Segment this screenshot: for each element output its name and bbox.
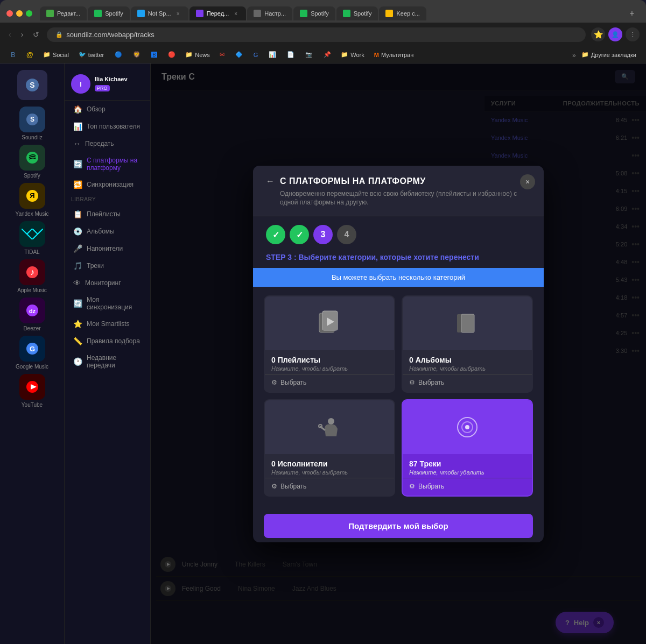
nav-tracks[interactable]: 🎵 Треки [65,257,150,274]
nav-artists[interactable]: 🎤 Напонители [65,240,150,257]
category-albums[interactable]: 0 Альбомы Нажмите, чтобы выбрать ⚙ Выбра… [402,295,533,393]
bookmark-google[interactable]: G [249,50,263,60]
nav-my-sync[interactable]: 🔄 Моя синхронизация [65,292,150,315]
tab-spotify1[interactable]: Spotify [88,6,130,20]
nav-transfer[interactable]: ↔ Передать [65,135,150,152]
service-yandex[interactable]: Я Yandex Music [4,183,60,217]
soundiiz-logo[interactable]: S [17,70,47,100]
service-youtube[interactable]: YouTube [4,374,60,408]
artists-icon: 🎤 [73,244,82,253]
bookmark-multitran[interactable]: M Мультитран [370,50,418,60]
soundiiz-logo-svg: S [24,77,40,93]
nav-top[interactable]: 📊 Топ пользователя [65,118,150,135]
forward-button[interactable]: › [19,29,26,40]
tab-spotify2[interactable]: Spotify [293,6,335,20]
tab-redakt[interactable]: Редакт... [40,6,87,20]
bookmark-work[interactable]: 📁 Work [338,49,367,60]
modal-back-button[interactable]: ← [266,176,275,186]
tab-keep[interactable]: Keep c... [379,6,426,20]
gear-icon: ⚙ [409,483,415,490]
service-soundiiz[interactable]: S Soundiiz [4,107,60,140]
page-content: S S Soundiiz Spotify [0,63,646,644]
step-2: ✓ [290,225,309,244]
bookmark-gmail[interactable]: ✉ [215,49,229,60]
close-window-button[interactable] [6,10,13,17]
tidal-icon [19,221,45,247]
bookmark-work-label: Work [350,52,364,58]
bookmark-brave2[interactable]: 🅱 [147,50,162,60]
service-google[interactable]: G Google Music [4,336,60,370]
tab-settings[interactable]: Настр... [247,6,292,20]
nav-rules[interactable]: 📏 Правила подбора [65,332,150,350]
service-spotify[interactable]: Spotify [4,145,60,179]
user-badge: PRO [95,85,110,91]
playlists-btn-label: Выбрать [280,379,306,386]
category-tracks[interactable]: 87 Треки Нажмите, чтобы удалить ⚙ Выбрат… [402,399,533,497]
nav-top-label: Топ пользователя [87,123,140,130]
tidal-svg [22,229,43,239]
youtube-icon [19,374,45,400]
bookmark-social[interactable]: 📁 Social [40,49,72,60]
bookmark-others[interactable]: 📁 Другие закладки [578,49,640,60]
albums-select-btn[interactable]: ⚙ Выбрать [409,379,525,386]
category-albums-info: 0 Альбомы Нажмите, чтобы выбрать [403,350,532,374]
nav-smartlists-label: Мои Smartlists [87,320,130,328]
bookmarks-expand[interactable]: » [572,50,576,60]
bookmark-misc2[interactable]: 🔷 [231,49,247,60]
minimize-window-button[interactable] [16,10,23,17]
yandex-icon: Я [19,183,45,209]
nav-tracks-label: Треки [87,262,104,270]
tab-twitter[interactable]: Not Sp... × [131,6,188,20]
tab-close-btn[interactable]: × [174,10,182,17]
profile-button[interactable]: 👤 [608,27,622,41]
tab-close-active-btn[interactable]: × [232,10,240,17]
bookmark-brave[interactable]: 🦁 [129,49,145,60]
artists-select-btn[interactable]: ⚙ Выбрать [271,483,388,490]
maximize-window-button[interactable] [26,10,32,17]
service-tidal[interactable]: TIDAL [4,221,60,255]
tab-transfer-active[interactable]: Перед... × [189,6,247,20]
tab-spotify3[interactable]: Spotify [336,6,378,20]
bookmark-vk[interactable]: В [6,49,20,60]
confirm-selection-button[interactable]: Подтвердить мой выбор [264,514,533,538]
nav-sync[interactable]: 🔁 Синхронизация [65,176,150,193]
deezer-icon: dz [19,298,45,323]
category-playlists[interactable]: 0 Плейлисты Нажмите, чтобы выбрать ⚙ Выб… [264,295,395,393]
bookmark-docs[interactable]: 📄 [283,49,299,60]
bookmark-news[interactable]: 📁 News [182,49,213,60]
service-apple[interactable]: ♪ Apple Music [4,259,60,293]
main-content: Треки С 🔍 УСЛУГИ ПРОДОЛЖИТЕЛЬНОСТЬ Yande… [151,63,646,644]
bookmark-chrome[interactable]: 🔵 [110,49,127,60]
nav-albums-label: Альбомы [87,228,115,235]
modal-close-button[interactable]: × [520,174,535,189]
playlists-select-btn[interactable]: ⚙ Выбрать [271,379,388,386]
nav-playlists[interactable]: 📋 Плейлисты [65,206,150,223]
service-deezer[interactable]: dz Deezer [4,298,60,331]
nav-history[interactable]: 🕐 Недавние передачи [65,350,150,373]
nav-smartlists[interactable]: ⭐ Мои Smartlists [65,315,150,332]
nav-overview[interactable]: 🏠 Обзор [65,101,150,118]
playlists-sub: Нажмите, чтобы выбрать [271,365,388,372]
extensions-button[interactable]: ⭐ [591,27,605,41]
bookmark-misc[interactable]: 🔴 [164,49,180,60]
bookmark-sheets[interactable]: 📊 [264,49,280,60]
bookmark-twitter[interactable]: 🐦 twitter [74,49,108,60]
tracks-select-btn[interactable]: ⚙ Выбрать [409,483,525,490]
gear-icon: ⚙ [271,483,277,490]
new-tab-button[interactable]: + [624,6,640,21]
back-button[interactable]: ‹ [6,29,13,40]
category-artists[interactable]: 0 Исполнители Нажмите, чтобы выбрать ⚙ В… [264,399,395,497]
multitran-icon: M [374,52,379,58]
spotify-service-label: Spotify [24,173,40,179]
nav-monitoring[interactable]: 👁 Мониторинг [65,274,150,292]
reload-button[interactable]: ↺ [31,29,41,40]
nav-platform[interactable]: 🔄 С платформы на платформу [65,152,150,176]
bookmark-mail[interactable]: @ [22,49,38,60]
bookmark-news-label: News [195,52,210,58]
nav-albums[interactable]: 💿 Альбомы [65,223,150,240]
menu-button[interactable]: ⋮ [626,27,640,41]
url-bar[interactable]: 🔒 soundiiz.com/webapp/tracks [47,27,586,42]
bookmark-misc4[interactable]: 📌 [319,49,335,60]
bookmark-misc3[interactable]: 📷 [301,49,317,60]
deezer-svg: dz [25,303,40,318]
